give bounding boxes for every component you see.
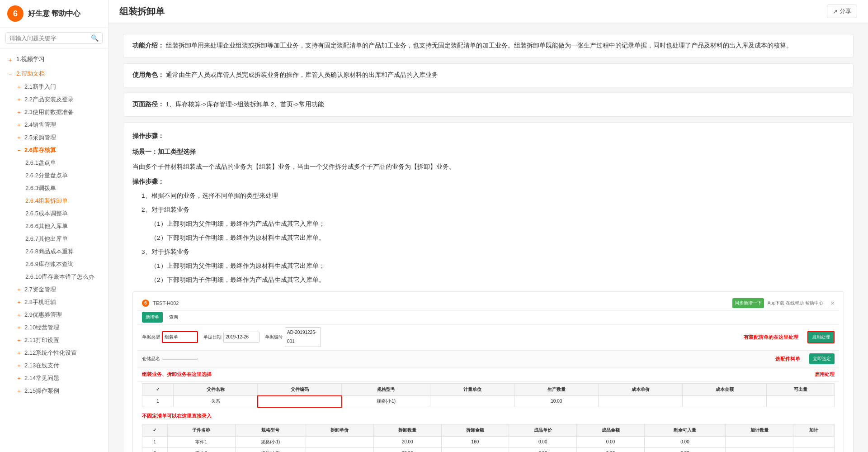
mock-lower-annotation: 不固定清单可以在这里直接录入 [137,409,839,422]
table-row: 1 零件1 规格(小1) 20.00 160 0.00 0.00 0.00 [142,436,835,447]
sidebar-item-assembly-label: 2.6.4组装拆卸单 [25,197,68,205]
nav-sub-children-inventory: 2.6.1盘点单 2.6.2分量盘点单 2.6.3调拨单 2.6.4组装拆卸单 … [0,157,108,283]
plus-icon: ＋ [16,349,22,357]
sidebar-item-otheroutstock[interactable]: 2.6.7其他出库单 [25,233,108,245]
step2-2: （2）下部明细为子件明细，最终作为原材料生成其它出库单。 [132,232,844,244]
sidebar-item-stockcheck-label: 2.6.1盘点单 [25,159,56,167]
sidebar-item-finance[interactable]: ＋ 2.7资金管理 [0,283,108,296]
mock-form-row: 单据类型 组装单 单据日期 2019-12-26 单据编号 AD-2019122… [137,324,839,350]
sidebar-item-stockfix[interactable]: 2.6.10库存账本错了怎么办 [25,271,108,283]
sidebar-item-stockquery[interactable]: 2.6.9库存账本查询 [25,258,108,271]
sidebar-item-videos[interactable]: ＋ 1.视频学习 [0,52,108,66]
sidebar-item-sales[interactable]: ＋ 2.4销售管理 [0,119,108,131]
sidebar-item-cases[interactable]: ＋ 2.15操作案例 [0,385,108,397]
screenshot-inner: 6 TEST-H002 同步新增一下 App下载 在线帮助 帮助中心 ✕ 新增单… [137,296,839,452]
share-button[interactable]: ↗ 分享 [827,5,857,18]
step3-1: （1）上部明细为父件明细，最终作为原材料生成其它出库单； [132,260,844,272]
sidebar-item-costrecalc[interactable]: 2.6.8商品成本重算 [25,245,108,258]
sidebar-item-mobile[interactable]: ＋ 2.8手机旺辅 [0,296,108,309]
mock-tab2[interactable]: 查询 [165,312,182,323]
minus-icon: － [7,71,14,77]
sidebar-item-purchase[interactable]: ＋ 2.5采购管理 [0,131,108,144]
mock-upper-table-area: ✓ 父件名称 父件编码 规格型号 计量单位 生产数量 成本单价 成本金额 可出量 [137,381,839,409]
role-block: 使用角色： 通常由生产人员或库管人员完成拆装业务的操作，库管人员确认原材料的出库… [123,63,854,87]
sidebar-item-costrecalc-label: 2.6.8商品成本重算 [25,247,74,256]
mock-type-label: 单据类型 [142,333,160,342]
plus-icon: ＋ [16,96,22,104]
sidebar: 6 好生意 帮助中心 🔍 ＋ 1.视频学习 － 2.帮助文档 ＋ 2.1 [0,0,108,452]
sidebar-item-customize[interactable]: ＋ 2.12系统个性化设置 [0,347,108,359]
sidebar-item-install[interactable]: ＋ 2.2产品安装及登录 [0,93,108,106]
annotation1-text: 有装配清单的在这里处理 [744,332,798,342]
sidebar-item-docs[interactable]: － 2.帮助文档 [0,67,108,81]
path-label: 页面路径： [132,101,164,108]
mock-date-value[interactable]: 2019-12-26 [223,332,259,343]
sidebar-item-payment[interactable]: ＋ 2.13在线支付 [0,359,108,372]
app-logo-icon: 6 [142,300,149,307]
mock-field-wh: 仓储品名 [142,354,198,363]
table-header-spec: 规格型号 [342,383,430,396]
table-header-parent-code: 父件编码 [258,383,342,396]
sidebar-item-otheroutstock-label: 2.6.7其他出库单 [25,235,68,243]
plus-icon: ＋ [16,362,22,370]
mock-code-value[interactable]: AD-20191226-001 [285,327,321,347]
sidebar-item-dataprep-label: 2.3使用前数据准备 [24,108,74,116]
search-input[interactable] [9,35,91,42]
sidebar-item-mobile-label: 2.8手机旺辅 [24,298,56,306]
plus-icon: ＋ [16,109,22,116]
logo-title: 好生意 帮助中心 [28,9,80,19]
mock-wh-value[interactable] [162,358,198,360]
plus-icon: ＋ [16,299,22,306]
table-header-unit: 计量单位 [430,383,514,396]
sidebar-item-print-label: 2.11打印设置 [24,336,59,344]
top-bar: 组装拆卸单 ↗ 分享 [108,0,868,23]
mock-field-date: 单据日期 2019-12-26 [203,332,259,343]
step3: 3、对于拆装业务 [132,246,844,258]
plus-icon: ＋ [16,387,22,395]
sidebar-item-costadjust[interactable]: 2.6.5成本调整单 [25,207,108,220]
sidebar-item-transfer-label: 2.6.3调拨单 [25,184,56,192]
page-title: 组装拆卸单 [119,5,165,18]
mock-test-id: TEST-H002 [153,298,179,308]
sidebar-item-customize-label: 2.12系统个性化设置 [24,349,77,357]
mock-tab-active[interactable]: 新增单 [142,312,163,323]
nav-tree: ＋ 1.视频学习 － 2.帮助文档 ＋ 2.1新手入门 ＋ 2.2产品安装及登录 [0,49,108,452]
annotation-section-text: 组装业务、拆卸业务在这里选择 [142,369,212,379]
table-row: 2 零件2 规格(小2) 30.00 0.00 0.00 0.00 [142,447,835,452]
sidebar-item-ops[interactable]: ＋ 2.10经营管理 [0,321,108,334]
mock-form-row2: 仓储品名 选配件料单 立即选定 [137,350,839,367]
search-icon[interactable]: 🔍 [91,34,99,42]
sidebar-item-transfer[interactable]: 2.6.3调拨单 [25,182,108,195]
sidebar-item-otherinstock-label: 2.6.6其他入库单 [25,222,68,230]
sidebar-item-otherinstock[interactable]: 2.6.6其他入库单 [25,220,108,233]
annotation3-text: 启用处理 [815,369,835,379]
sidebar-item-inventory[interactable]: － 2.6库存核算 [0,144,108,157]
table-header-parent-name: 父件名称 [174,383,258,396]
ops-steps-label: 操作步骤： [132,176,844,188]
mock-process-btn[interactable]: 启用处理 [807,331,835,343]
plus-icon: ＋ [16,286,22,294]
sidebar-item-partcheck[interactable]: 2.6.2分量盘点单 [25,169,108,182]
sidebar-item-coupon[interactable]: ＋ 2.9优惠券管理 [0,309,108,321]
mock-sub-table: ✓ 子件名称 规格型号 拆卸单价 拆卸数量 拆卸金额 成品单价 成品金额 剩余可 [142,424,835,452]
step2-1: （1）上部明细为父件明细，最终作为产成品生成其它入库单； [132,218,844,230]
sidebar-item-newbie[interactable]: ＋ 2.1新手入门 [0,81,108,93]
sidebar-item-newbie-label: 2.1新手入门 [24,83,56,91]
annotation4-text: 不固定清单可以在这里直接录入 [142,411,212,421]
sidebar-item-dataprep[interactable]: ＋ 2.3使用前数据准备 [0,106,108,119]
minus-icon: － [16,147,22,154]
close-icon[interactable]: ✕ [830,298,835,308]
screenshot-container: 6 TEST-H002 同步新增一下 App下载 在线帮助 帮助中心 ✕ 新增单… [132,291,844,452]
sidebar-item-assembly[interactable]: 2.6.4组装拆卸单 [25,195,108,207]
mock-type-value[interactable]: 组装单 [162,331,198,343]
sidebar-item-print[interactable]: ＋ 2.11打印设置 [0,334,108,347]
mock-wh-label: 仓储品名 [142,354,160,363]
mock-select-btn[interactable]: 立即选定 [809,353,835,364]
sidebar-item-faq[interactable]: ＋ 2.14常见问题 [0,372,108,385]
sidebar-item-stockcheck[interactable]: 2.6.1盘点单 [25,157,108,169]
search-box[interactable]: 🔍 [5,32,103,44]
table-header-cost-unit: 成本单价 [599,383,683,396]
mock-upper-table: ✓ 父件名称 父件编码 规格型号 计量单位 生产数量 成本单价 成本金额 可出量 [142,383,835,408]
mock-nav-tabs: 新增单 查询 [137,310,839,324]
plus-icon: ＋ [16,121,22,129]
